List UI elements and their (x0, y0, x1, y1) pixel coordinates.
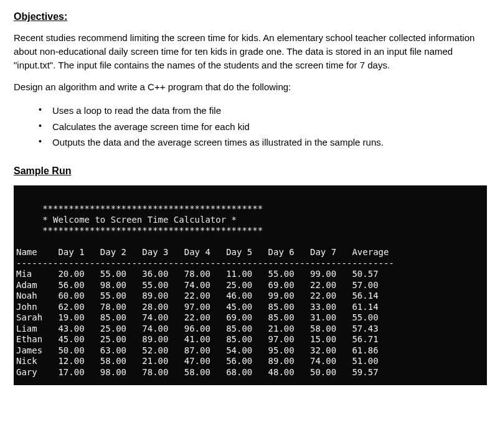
design-paragraph: Design an algorithm and write a C++ prog… (14, 80, 486, 94)
table-row: Liam 43.00 25.00 74.00 96.00 85.00 21.00… (16, 324, 379, 334)
intro-paragraph: Recent studies recommend limiting the sc… (14, 31, 486, 72)
table-divider: ----------------------------------------… (16, 258, 394, 268)
requirements-list: Uses a loop to read the data from the fi… (39, 103, 486, 151)
table-header: Name Day 1 Day 2 Day 3 Day 4 Day 5 Day 6… (16, 247, 389, 257)
table-row: Nick 12.00 58.00 21.00 47.00 56.00 89.00… (16, 356, 379, 366)
table-row: Adam 56.00 98.00 55.00 74.00 25.00 69.00… (16, 280, 379, 290)
banner-title: * Welcome to Screen Time Calculator * (16, 215, 237, 225)
objectives-heading: Objectives: (14, 11, 486, 22)
table-row: John 62.00 78.00 28.00 97.00 45.00 85.00… (16, 302, 379, 312)
table-row: James 50.00 63.00 52.00 87.00 54.00 95.0… (16, 345, 379, 355)
banner-border-top: ****************************************… (16, 203, 263, 213)
list-item: Uses a loop to read the data from the fi… (39, 103, 486, 119)
banner-border-bottom: ****************************************… (16, 225, 263, 235)
console-output: ****************************************… (14, 185, 487, 386)
list-item: Outputs the data and the average screen … (39, 134, 486, 151)
table-row: Noah 60.00 55.00 89.00 22.00 46.00 99.00… (16, 291, 379, 301)
table-row: Ethan 45.00 25.00 89.00 41.00 85.00 97.0… (16, 334, 379, 344)
table-row: Sarah 19.00 85.00 74.00 22.00 69.00 85.0… (16, 312, 379, 322)
sample-run-heading: Sample Run (14, 166, 486, 177)
table-row: Mia 20.00 55.00 36.00 78.00 11.00 55.00 … (16, 269, 379, 279)
list-item: Calculates the average screen time for e… (39, 119, 486, 135)
table-row: Gary 17.00 98.00 78.00 58.00 68.00 48.00… (16, 367, 379, 377)
